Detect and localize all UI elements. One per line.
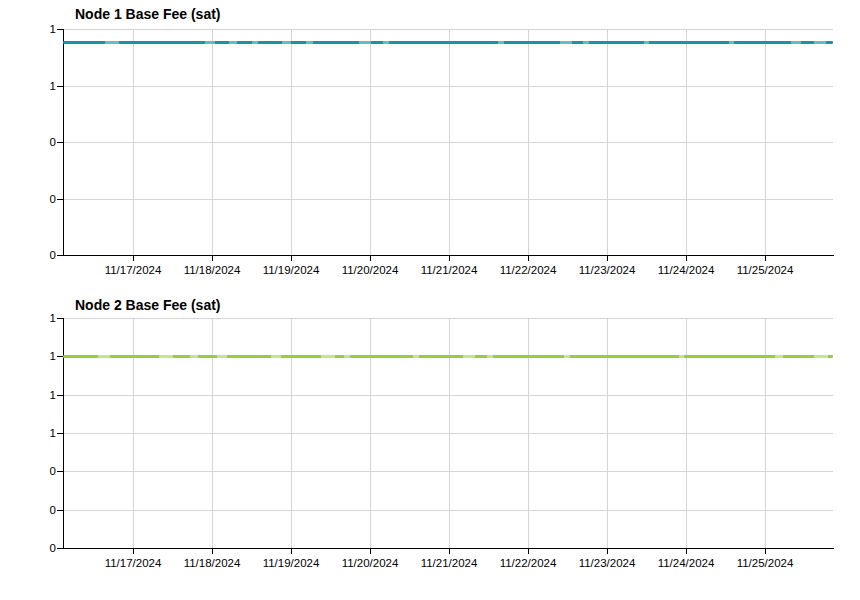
- x-tick-label: 11/22/2024: [488, 556, 568, 570]
- gridline-horizontal: [63, 318, 833, 319]
- node2-base-fee-chart: Node 2 Base Fee (sat) 11/17/202411/18/20…: [0, 0, 860, 600]
- gridline-horizontal: [63, 510, 833, 511]
- x-tick-label: 11/20/2024: [330, 556, 410, 570]
- series-marker: [413, 355, 419, 358]
- series-line: [63, 355, 833, 358]
- gridline-horizontal: [63, 395, 833, 396]
- series-marker: [217, 355, 227, 358]
- series-marker: [271, 355, 281, 358]
- y-tick-label: 1: [30, 349, 56, 363]
- series-marker: [487, 355, 493, 358]
- y-tick-label: 0: [30, 503, 56, 517]
- series-marker: [775, 355, 783, 358]
- x-tick-label: 11/21/2024: [409, 556, 489, 570]
- y-tick-label: 0: [30, 541, 56, 555]
- y-axis-line: [63, 318, 64, 548]
- y-tick-label: 1: [30, 388, 56, 402]
- chart-title: Node 2 Base Fee (sat): [75, 297, 221, 313]
- charts-canvas: Node 1 Base Fee (sat) 11/17/202411/18/20…: [0, 0, 860, 600]
- series-marker: [344, 355, 350, 358]
- x-tick-label: 11/18/2024: [172, 556, 252, 570]
- x-tick-label: 11/23/2024: [567, 556, 647, 570]
- series-marker: [564, 355, 570, 358]
- y-tick-label: 1: [30, 311, 56, 325]
- y-tick-label: 1: [30, 426, 56, 440]
- series-marker: [679, 355, 684, 358]
- series-marker: [159, 355, 173, 358]
- series-marker: [98, 355, 110, 358]
- x-tick-label: 11/17/2024: [93, 556, 173, 570]
- gridline-horizontal: [63, 433, 833, 434]
- gridline-horizontal: [63, 471, 833, 472]
- series-marker: [814, 355, 828, 358]
- x-tick-label: 11/19/2024: [251, 556, 331, 570]
- series-marker: [321, 355, 335, 358]
- y-tick-label: 0: [30, 464, 56, 478]
- x-tick-label: 11/24/2024: [646, 556, 726, 570]
- x-axis-line: [63, 548, 834, 549]
- series-marker: [190, 355, 198, 358]
- x-tick-label: 11/25/2024: [725, 556, 805, 570]
- series-marker: [463, 355, 475, 358]
